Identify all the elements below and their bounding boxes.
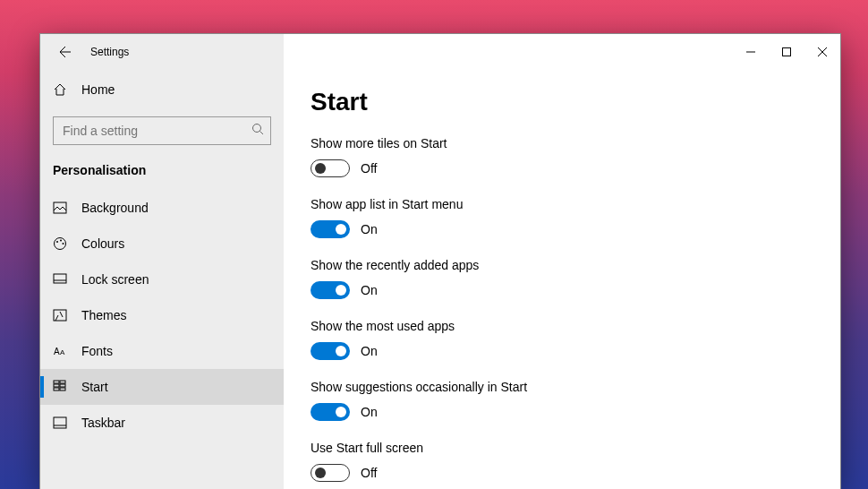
nav-label: Fonts	[81, 344, 113, 358]
main-content: Start Show more tiles on StartOffShow ap…	[284, 34, 840, 489]
svg-point-9	[60, 240, 62, 242]
setting-row: Show suggestions occasionally in StartOn	[311, 380, 813, 421]
svg-point-8	[56, 241, 58, 243]
search-icon	[251, 123, 264, 139]
nav-label: Lock screen	[81, 272, 149, 287]
svg-rect-1	[783, 48, 791, 56]
toggle-switch[interactable]	[311, 342, 350, 360]
section-header: Personalisation	[40, 145, 284, 190]
svg-rect-20	[54, 388, 59, 390]
setting-label: Show the most used apps	[311, 319, 813, 333]
search-input[interactable]	[53, 116, 271, 145]
svg-rect-17	[60, 381, 65, 383]
toggle-knob	[336, 224, 346, 235]
settings-window: Settings Home Personalisation Background	[39, 33, 841, 489]
home-icon	[53, 82, 67, 97]
close-button[interactable]	[804, 34, 840, 70]
nav-item-taskbar[interactable]: Taskbar	[40, 405, 284, 441]
settings-list: Show more tiles on StartOffShow app list…	[311, 136, 813, 489]
toggle-row: On	[311, 403, 813, 421]
svg-line-5	[260, 132, 264, 135]
setting-row: Show more tiles on StartOff	[311, 136, 813, 177]
setting-label: Show the recently added apps	[311, 258, 813, 272]
svg-rect-18	[54, 384, 59, 387]
svg-rect-19	[60, 384, 65, 387]
toggle-switch[interactable]	[311, 403, 350, 421]
toggle-state-label: Off	[361, 161, 377, 176]
taskbar-icon	[53, 416, 67, 430]
themes-icon	[53, 308, 67, 322]
toggle-knob	[336, 407, 346, 417]
nav-item-fonts[interactable]: AA Fonts	[40, 333, 284, 369]
toggle-knob	[315, 468, 326, 478]
nav-label: Themes	[81, 308, 127, 322]
minimize-button[interactable]	[733, 34, 769, 70]
setting-label: Show suggestions occasionally in Start	[311, 380, 813, 394]
svg-rect-21	[60, 388, 65, 390]
toggle-state-label: On	[361, 222, 378, 236]
toggle-knob	[315, 163, 326, 174]
nav-item-background[interactable]: Background	[40, 190, 284, 226]
svg-rect-16	[54, 381, 59, 383]
svg-text:A: A	[54, 347, 60, 356]
toggle-switch[interactable]	[311, 220, 350, 238]
toggle-state-label: On	[361, 283, 378, 297]
setting-label: Use Start full screen	[311, 441, 813, 455]
page-title: Start	[311, 88, 813, 116]
toggle-state-label: On	[361, 344, 378, 358]
toggle-switch[interactable]	[311, 464, 350, 482]
svg-point-7	[55, 238, 66, 250]
svg-point-4	[253, 124, 261, 133]
window-controls	[733, 34, 840, 70]
start-icon	[53, 380, 67, 394]
back-button[interactable]	[44, 34, 83, 70]
toggle-row: On	[311, 342, 813, 360]
home-link[interactable]: Home	[40, 70, 284, 109]
setting-label: Show more tiles on Start	[311, 136, 813, 150]
svg-rect-22	[54, 417, 66, 428]
nav-item-lock-screen[interactable]: Lock screen	[40, 262, 284, 297]
svg-text:A: A	[60, 348, 65, 356]
svg-rect-13	[54, 310, 66, 321]
toggle-state-label: Off	[361, 466, 377, 480]
nav-item-start[interactable]: Start	[40, 369, 284, 405]
svg-point-10	[63, 243, 64, 244]
toggle-row: Off	[311, 464, 813, 482]
app-title: Settings	[90, 46, 129, 58]
search-container	[40, 116, 284, 145]
setting-row: Show app list in Start menuOn	[311, 197, 813, 238]
toggle-switch[interactable]	[311, 159, 350, 177]
palette-icon	[53, 236, 67, 251]
setting-row: Use Start full screenOff	[311, 441, 813, 482]
nav-list: Background Colours Lock screen Themes AA…	[40, 190, 284, 441]
toggle-switch[interactable]	[311, 281, 350, 299]
titlebar: Settings	[40, 34, 284, 70]
nav-label: Colours	[81, 236, 124, 251]
fonts-icon: AA	[53, 344, 67, 358]
toggle-row: Off	[311, 159, 813, 177]
sidebar: Settings Home Personalisation Background	[40, 34, 284, 489]
home-label: Home	[81, 82, 115, 97]
lock-screen-icon	[53, 272, 67, 287]
nav-label: Background	[81, 201, 149, 215]
nav-label: Start	[81, 380, 108, 394]
picture-icon	[53, 201, 67, 215]
toggle-row: On	[311, 281, 813, 299]
nav-item-themes[interactable]: Themes	[40, 297, 284, 333]
nav-label: Taskbar	[81, 416, 125, 430]
svg-rect-11	[54, 274, 66, 283]
toggle-row: On	[311, 220, 813, 238]
maximize-button[interactable]	[769, 34, 804, 70]
toggle-knob	[336, 285, 346, 296]
setting-row: Show the most used appsOn	[311, 319, 813, 360]
setting-row: Show the recently added appsOn	[311, 258, 813, 299]
nav-item-colours[interactable]: Colours	[40, 226, 284, 262]
toggle-knob	[336, 346, 346, 356]
setting-label: Show app list in Start menu	[311, 197, 813, 211]
toggle-state-label: On	[361, 405, 378, 419]
svg-rect-6	[54, 202, 66, 213]
